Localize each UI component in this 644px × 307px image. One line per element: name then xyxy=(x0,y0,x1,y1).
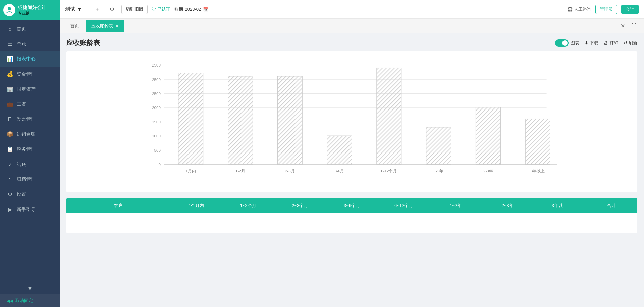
sidebar-pin-btn[interactable]: ◀◀ 取消固定 xyxy=(0,294,60,307)
svg-text:2500: 2500 xyxy=(152,77,161,82)
nav-label-assets: 固定资产 xyxy=(17,86,36,92)
print-btn[interactable]: 🖨 打印 xyxy=(604,40,618,46)
add-company-btn[interactable]: + xyxy=(92,4,103,15)
service-btn[interactable]: 🎧 人工咨询 xyxy=(567,6,591,12)
nav-label-home: 首页 xyxy=(17,26,26,32)
col-2-3year: 2~3年 xyxy=(482,198,534,213)
tab-aging-close[interactable]: ✕ xyxy=(115,23,119,29)
sidebar-item-settings[interactable]: ⚙ 设置 xyxy=(0,187,60,202)
svg-text:6-12个月: 6-12个月 xyxy=(381,169,397,173)
expand-btn[interactable]: ⛶ xyxy=(629,21,639,31)
refresh-label: 刷新 xyxy=(629,40,637,46)
company-dropdown-icon: ▼ xyxy=(77,6,82,12)
nav-label-archive: 归档管理 xyxy=(17,176,36,182)
sidebar-item-guide[interactable]: ▶ 新手引导 xyxy=(0,202,60,217)
pin-label: 取消固定 xyxy=(15,298,33,304)
sidebar-item-inventory[interactable]: 📦 进销台账 xyxy=(0,127,60,142)
nav-icon-guide: ▶ xyxy=(7,206,13,213)
cert-label: 已认证 xyxy=(157,6,170,12)
expand-icon: ⛶ xyxy=(631,23,637,29)
switch-version-btn[interactable]: 切到旧版 xyxy=(121,5,148,14)
app-logo: 畅捷通好会计 专业版 xyxy=(0,0,60,20)
col-6-12month: 6~12个月 xyxy=(378,198,430,213)
pin-icon: ◀◀ xyxy=(7,298,13,303)
svg-rect-30 xyxy=(476,107,500,165)
report-actions: 图表 ⬇ 下载 🖨 打印 ↺ 刷新 xyxy=(555,39,637,47)
sidebar-scroll-down[interactable]: ▼ xyxy=(0,283,60,294)
settings-icon: ⚙ xyxy=(110,6,114,12)
chart-toggle-label: 图表 xyxy=(571,40,579,46)
manager-btn[interactable]: 管理员 xyxy=(595,5,617,14)
svg-rect-32 xyxy=(525,119,550,165)
sidebar-item-salary[interactable]: 💼 工资 xyxy=(0,97,60,112)
close-icon: ✕ xyxy=(621,23,625,29)
sidebar-item-tax[interactable]: 📋 税务管理 xyxy=(0,142,60,157)
nav-label-tax: 税务管理 xyxy=(17,146,36,152)
nav-label-salary: 工资 xyxy=(17,101,26,107)
col-2-3month: 2~3个月 xyxy=(274,198,326,213)
nav-icon-invoice: 🗒 xyxy=(7,116,13,122)
col-customer: 客户 xyxy=(66,198,170,213)
nav-icon-ledger: ☰ xyxy=(7,41,13,47)
print-icon: 🖨 xyxy=(604,40,608,45)
nav-icon-funds: 💰 xyxy=(7,71,13,77)
sidebar-item-ledger[interactable]: ☰ 总账 xyxy=(0,36,60,51)
table-header: 客户 1个月内 1~2个月 2~3个月 3~6个月 6~12个月 1~2年 2~… xyxy=(66,198,637,213)
chart-area: 2500 2500 2500 2000 1500 1000 500 0 xyxy=(73,58,631,186)
company-selector[interactable]: 测试 ▼ xyxy=(65,6,82,12)
svg-text:1-2月: 1-2月 xyxy=(235,169,245,173)
nav-icon-tax: 📋 xyxy=(7,146,13,152)
close-panel-btn[interactable]: ✕ xyxy=(618,21,627,31)
nav-icon-archive: 🗃 xyxy=(7,176,13,182)
svg-text:2-3月: 2-3月 xyxy=(285,169,295,173)
settings-btn[interactable]: ⚙ xyxy=(107,4,117,15)
sidebar-item-closing[interactable]: ✓ 结账 xyxy=(0,157,60,172)
tabbar-right: ✕ ⛶ xyxy=(618,21,639,31)
print-label: 打印 xyxy=(609,40,618,46)
tabbar: 首页 应收账龄表 ✕ ✕ ⛶ xyxy=(60,19,644,33)
report-title: 应收账龄表 xyxy=(66,38,100,47)
nav-icon-settings: ⚙ xyxy=(7,191,13,198)
download-btn[interactable]: ⬇ 下载 xyxy=(585,40,598,46)
topbar-right: 🎧 人工咨询 管理员 会计 xyxy=(567,5,639,14)
col-1month: 1个月内 xyxy=(170,198,222,213)
sidebar-item-home[interactable]: ⌂ 首页 xyxy=(0,21,60,36)
logo-text-block: 畅捷通好会计 专业版 xyxy=(18,4,46,15)
nav-label-closing: 结账 xyxy=(17,162,26,168)
nav-icon-closing: ✓ xyxy=(7,161,13,168)
sidebar-item-archive[interactable]: 🗃 归档管理 xyxy=(0,172,60,187)
app-name: 畅捷通好会计 xyxy=(18,4,46,10)
svg-text:2500: 2500 xyxy=(152,91,161,96)
svg-rect-22 xyxy=(277,76,302,165)
tab-aging-label: 应收账龄表 xyxy=(91,23,113,29)
svg-rect-28 xyxy=(426,127,451,165)
nav-label-funds: 资金管理 xyxy=(17,71,36,77)
sidebar-item-funds[interactable]: 💰 资金管理 xyxy=(0,67,60,82)
nav-icon-assets: 🏢 xyxy=(7,86,13,92)
svg-text:2-3年: 2-3年 xyxy=(483,169,493,173)
nav-icon-inventory: 📦 xyxy=(7,131,13,137)
tab-home[interactable]: 首页 xyxy=(65,20,85,32)
refresh-btn[interactable]: ↺ 刷新 xyxy=(624,40,637,46)
nav-label-ledger: 总账 xyxy=(17,41,26,47)
svg-text:1000: 1000 xyxy=(152,134,161,138)
sidebar-item-assets[interactable]: 🏢 固定资产 xyxy=(0,82,60,97)
sidebar-item-reports[interactable]: 📊 报表中心 xyxy=(0,51,60,67)
role-btn[interactable]: 会计 xyxy=(621,5,639,14)
svg-rect-20 xyxy=(228,76,253,165)
svg-rect-18 xyxy=(178,73,203,164)
logo-icon xyxy=(3,4,15,16)
chart-toggle[interactable] xyxy=(555,39,569,47)
svg-rect-24 xyxy=(327,136,352,164)
table-body xyxy=(66,213,637,233)
calendar-icon[interactable]: 📅 xyxy=(203,7,208,12)
svg-text:3-6月: 3-6月 xyxy=(335,169,344,173)
sidebar-item-invoice[interactable]: 🗒 发票管理 xyxy=(0,112,60,127)
service-icon: 🎧 xyxy=(567,7,573,12)
add-icon: + xyxy=(96,6,99,12)
tab-home-label: 首页 xyxy=(70,23,79,28)
tab-aging[interactable]: 应收账龄表 ✕ xyxy=(86,20,124,32)
col-1-2month: 1~2个月 xyxy=(222,198,274,213)
topbar-divider1: | xyxy=(86,6,88,13)
svg-rect-26 xyxy=(377,68,401,165)
